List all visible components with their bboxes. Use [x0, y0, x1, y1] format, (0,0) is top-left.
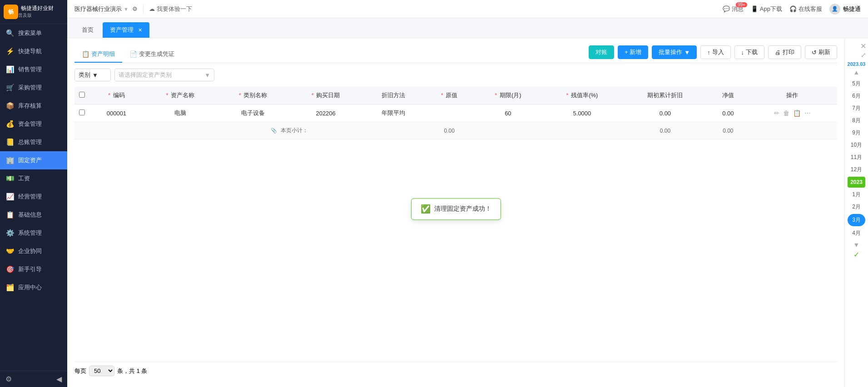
- category-filter[interactable]: 类别 ▼: [74, 69, 111, 81]
- sidebar-item-ledger[interactable]: 📒 总账管理: [0, 133, 67, 151]
- subtotal-label: 📎 本页小计：: [271, 127, 308, 134]
- sidebar-item-quick-nav[interactable]: ⚡ 快捷导航: [0, 42, 67, 60]
- tab-asset-mgmt[interactable]: 资产管理 ✕: [103, 22, 149, 38]
- col-depreciation: 折旧方法: [362, 87, 425, 104]
- cal-month-3[interactable]: 3月: [848, 214, 865, 226]
- settings-icon[interactable]: ⚙: [5, 375, 12, 383]
- col-init-accumulated: 期初累计折旧: [622, 87, 709, 104]
- quick-nav-icon: ⚡: [5, 47, 15, 56]
- online-service-btn[interactable]: 🎧 在线客服: [789, 5, 822, 13]
- print-icon: 🖨: [775, 49, 781, 56]
- subtab-asset-detail-label: 资产明细: [91, 50, 115, 58]
- user-profile[interactable]: 👤 畅捷通: [829, 4, 861, 15]
- calendar-confirm-icon[interactable]: ✓: [853, 250, 859, 259]
- experience-btn[interactable]: ☁ 我要体验一下: [149, 5, 192, 13]
- delete-icon[interactable]: 🗑: [783, 109, 789, 117]
- main: 医疗器械行业演示 ▼ ⚙ ☁ 我要体验一下 💬 消息 99+ 📱 App下载 🎧…: [67, 0, 868, 387]
- subtotal-net-value: 0.00: [709, 122, 747, 139]
- cal-month-4[interactable]: 4月: [845, 227, 868, 239]
- col-net-value: 净值: [709, 87, 747, 104]
- edit-icon[interactable]: ✏: [774, 109, 779, 117]
- col-purchase-date: * 购买日期: [289, 87, 362, 104]
- sidebar-item-inventory[interactable]: 📦 库存核算: [0, 97, 67, 115]
- import-button[interactable]: ↑ 导入: [700, 45, 731, 59]
- subtabs: 📋 资产明细 📄 变更生成凭证 对账 + 新增 批量操作 ▼ ↑: [74, 45, 837, 63]
- per-page-select[interactable]: 50 10 20 100: [89, 366, 114, 376]
- subtotal-label-cell: 📎 本页小计：: [217, 122, 362, 139]
- subtab-voucher[interactable]: 📄 变更生成凭证: [122, 46, 182, 63]
- inventory-icon: 📦: [5, 101, 15, 110]
- app-download-btn[interactable]: 📱 App下载: [751, 5, 782, 13]
- sidebar-item-sales[interactable]: 📊 销售管理: [0, 60, 67, 79]
- calendar-down-btn[interactable]: ▼: [853, 241, 860, 248]
- download-button[interactable]: ↓ 下载: [734, 45, 765, 59]
- logo-title: 畅捷通好业财: [21, 5, 54, 12]
- cal-month-7[interactable]: 7月: [845, 102, 868, 114]
- cal-month-11[interactable]: 11月: [845, 151, 868, 164]
- download-label: 下载: [746, 48, 758, 56]
- right-panel-close-icon[interactable]: ✕: [860, 42, 868, 50]
- new-button[interactable]: + 新增: [618, 45, 648, 59]
- cal-month-5[interactable]: 5月: [845, 78, 868, 90]
- subtotal-original-value: 0.00: [425, 122, 474, 139]
- more-icon[interactable]: ⋯: [804, 109, 811, 117]
- cal-month-2[interactable]: 2月: [845, 201, 868, 213]
- right-panel-expand-icon[interactable]: ⤢: [861, 51, 868, 59]
- reconcile-button[interactable]: 对账: [589, 45, 614, 59]
- sidebar-item-label: 库存核算: [18, 102, 42, 110]
- subtotal-empty-1: [74, 122, 89, 139]
- cell-period: 60: [474, 104, 542, 122]
- subtab-asset-detail[interactable]: 📋 资产明细: [74, 46, 122, 63]
- select-all-checkbox[interactable]: [79, 92, 85, 98]
- col-category: * 类别名称: [217, 87, 289, 104]
- experience-label: 我要体验一下: [157, 5, 192, 13]
- sidebar-item-label: 快捷导航: [18, 47, 42, 55]
- company-selector[interactable]: 医疗器械行业演示 ▼: [74, 5, 129, 13]
- cal-month-6[interactable]: 6月: [845, 90, 868, 102]
- batch-button[interactable]: 批量操作 ▼: [652, 45, 697, 59]
- sidebar-item-label: 资金管理: [18, 120, 42, 128]
- system-icon: ⚙️: [5, 228, 15, 238]
- sidebar-item-label: 新手引导: [18, 265, 42, 273]
- sidebar-item-label: 总账管理: [18, 138, 42, 146]
- subtotal-init-accumulated: 0.00: [622, 122, 709, 139]
- cal-month-10[interactable]: 10月: [845, 139, 868, 151]
- sidebar-item-guide[interactable]: 🎯 新手引导: [0, 260, 67, 278]
- row-checkbox[interactable]: [79, 109, 85, 115]
- sidebar-item-payroll[interactable]: 💵 工资: [0, 169, 67, 188]
- tab-close-icon[interactable]: ✕: [138, 27, 142, 33]
- subtotal-empty-2: [89, 122, 144, 139]
- sidebar-item-search[interactable]: 🔍 搜索菜单: [0, 24, 67, 42]
- category-input[interactable]: 请选择固定资产类别 ▼: [114, 69, 214, 81]
- sidebar-item-fixed-assets[interactable]: 🏢 固定资产: [0, 151, 67, 169]
- cal-month-12[interactable]: 12月: [845, 164, 868, 176]
- sidebar-item-label: 基础信息: [18, 211, 42, 219]
- cal-year-2023[interactable]: 2023: [848, 177, 865, 188]
- sidebar-item-app-center[interactable]: 🗂️ 应用中心: [0, 278, 67, 297]
- collapse-icon[interactable]: ◀: [56, 375, 62, 383]
- sidebar-item-system[interactable]: ⚙️ 系统管理: [0, 224, 67, 242]
- print-button[interactable]: 🖨 打印: [768, 45, 801, 59]
- refresh-button[interactable]: ↺ 刷新: [805, 45, 837, 59]
- settings-gear[interactable]: ⚙: [132, 5, 138, 12]
- sidebar-item-purchase[interactable]: 🛒 采购管理: [0, 79, 67, 97]
- calendar-up-btn[interactable]: ▲: [853, 69, 860, 76]
- table-header-row: * 编码 * 资产名称 * 类别名称: [74, 87, 837, 104]
- cell-code: 000001: [89, 104, 144, 122]
- sidebar-item-cooperation[interactable]: 🤝 企业协同: [0, 242, 67, 260]
- right-panel: ✕ ⤢ 2023.03 ▲ 5月 6月 7月 8月 9月 10月 11月 12月…: [844, 38, 868, 387]
- fixed-assets-icon: 🏢: [5, 156, 15, 165]
- message-btn[interactable]: 💬 消息 99+: [723, 5, 744, 13]
- tab-home[interactable]: 首页: [74, 22, 101, 38]
- copy-icon[interactable]: 📋: [793, 109, 801, 117]
- sidebar-item-operations[interactable]: 📈 经营管理: [0, 188, 67, 206]
- logo-subtitle: 普及版: [18, 12, 54, 19]
- cell-category: 电子设备: [217, 104, 289, 122]
- cal-month-9[interactable]: 9月: [845, 127, 868, 139]
- purchase-icon: 🛒: [5, 83, 15, 92]
- cal-month-8[interactable]: 8月: [845, 114, 868, 127]
- sidebar-item-basic-info[interactable]: 📋 基础信息: [0, 206, 67, 224]
- sidebar-item-capital[interactable]: 💰 资金管理: [0, 115, 67, 133]
- subtotal-empty-7: [542, 122, 622, 139]
- cal-month-1[interactable]: 1月: [845, 189, 868, 201]
